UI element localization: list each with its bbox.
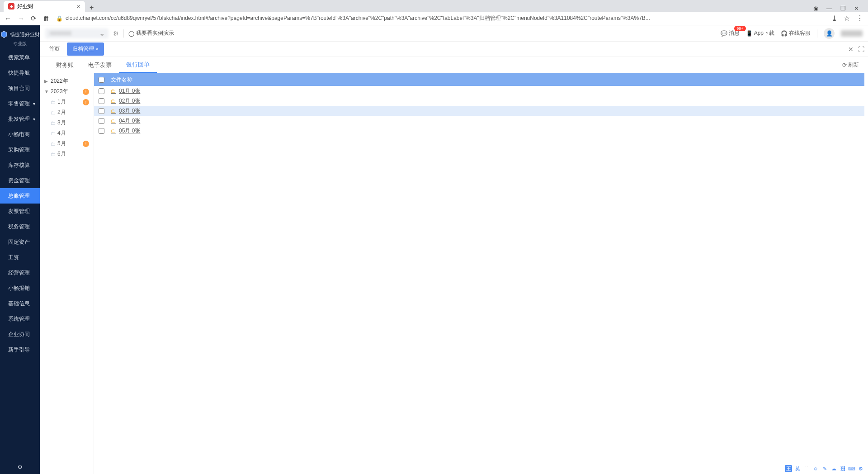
file-row[interactable]: 🗀01月 0张 <box>94 86 864 96</box>
sidebar-item-3[interactable]: 零售管理▾ <box>0 96 40 111</box>
tree-month-2[interactable]: 🗀 2月 <box>50 107 90 118</box>
sidebar-item-label: 搜索菜单 <box>8 54 30 62</box>
row-checkbox[interactable] <box>99 128 104 134</box>
bookmark-icon[interactable]: ☆ <box>844 14 850 23</box>
file-row[interactable]: 🗀02月 0张 <box>94 96 864 106</box>
new-tab-icon[interactable]: + <box>90 4 94 12</box>
sidebar-item-0[interactable]: 搜索菜单 <box>0 50 40 65</box>
sidebar-item-15[interactable]: 小畅报销 <box>0 280 40 296</box>
file-row[interactable]: 🗀04月 0张 <box>94 116 864 126</box>
file-link[interactable]: 🗀04月 0张 <box>111 117 140 125</box>
sidebar-item-label: 库存核算 <box>8 161 30 169</box>
sidebar-item-14[interactable]: 经营管理 <box>0 265 40 280</box>
file-row[interactable]: 🗀05月 0张 <box>94 126 864 136</box>
row-checkbox[interactable] <box>99 118 104 124</box>
file-link[interactable]: 🗀05月 0张 <box>111 127 140 135</box>
tab-close-icon[interactable]: × <box>96 47 99 52</box>
tab-close-icon[interactable]: × <box>77 3 80 10</box>
tray-keyboard-icon[interactable]: ⌨ <box>848 465 855 472</box>
sidebar-item-16[interactable]: 基础信息 <box>0 296 40 311</box>
app-download-button[interactable]: 📱 App下载 <box>746 29 774 37</box>
tray-edit-icon[interactable]: ✎ <box>821 465 828 472</box>
url-box[interactable]: 🔒 cloud.chanjet.com/cc/u6d89qwnryel/57bf… <box>56 14 825 22</box>
forward-icon[interactable]: → <box>18 14 24 22</box>
sidebar-item-8[interactable]: 资金管理 <box>0 173 40 188</box>
tree-month-4[interactable]: 🗀 4月 <box>50 128 90 138</box>
tree-node-2022[interactable]: ▶ 2022年 <box>43 76 90 86</box>
support-button[interactable]: 🎧 在线客服 <box>781 29 811 37</box>
demo-link[interactable]: ◯ 我要看实例演示 <box>128 29 174 37</box>
sidebar-item-label: 采购管理 <box>8 146 30 154</box>
sidebar-item-label: 总账管理 <box>8 192 30 200</box>
sidebar-item-2[interactable]: 项目合同 <box>0 81 40 96</box>
tree-month-1[interactable]: 🗀 1月 ! <box>50 97 90 107</box>
fullscreen-icon[interactable]: ⛶ <box>858 46 864 53</box>
tree-month-3[interactable]: 🗀 3月 <box>50 118 90 128</box>
chevron-down-icon: ▾ <box>33 117 35 122</box>
folder-icon: 🗀 <box>111 128 116 134</box>
sidebar-item-5[interactable]: 小畅电商 <box>0 127 40 142</box>
file-link[interactable]: 🗀01月 0张 <box>111 87 140 95</box>
sidebar-item-9[interactable]: 总账管理 <box>0 188 40 204</box>
sidebar-item-19[interactable]: 新手引导 <box>0 342 40 357</box>
close-all-icon[interactable]: ✕ <box>848 46 854 53</box>
folder-icon: 🗀 <box>51 110 56 115</box>
subtab-bank[interactable]: 银行回单 <box>119 57 157 73</box>
tray-gear-icon[interactable]: ⚙ <box>857 465 864 472</box>
sidebar-item-1[interactable]: 快捷导航 <box>0 65 40 81</box>
trash-icon[interactable]: 🗑 <box>43 14 50 22</box>
sidebar-item-11[interactable]: 税务管理 <box>0 219 40 234</box>
sidebar-item-label: 企业协同 <box>8 331 30 338</box>
subtab-finance[interactable]: 财务账 <box>49 57 81 73</box>
refresh-button[interactable]: ⟳ 刷新 <box>842 61 859 69</box>
sidebar-item-6[interactable]: 采购管理 <box>0 142 40 157</box>
browser-tab-strip: ◆ 好业财 × + ◉ — ❐ ✕ <box>0 0 868 12</box>
sidebar-item-7[interactable]: 库存核算 <box>0 157 40 173</box>
sidebar-item-label: 基础信息 <box>8 300 30 308</box>
close-window-icon[interactable]: ✕ <box>854 5 859 12</box>
tray-cloud-icon[interactable]: ☁ <box>830 465 837 472</box>
row-checkbox[interactable] <box>99 98 104 104</box>
sidebar-item-label: 发票管理 <box>8 208 30 215</box>
sidebar-settings[interactable]: ⚙ <box>0 460 40 474</box>
tree-month-5[interactable]: 🗀 5月 ! <box>50 138 90 149</box>
window-controls: ◉ — ❐ ✕ <box>813 5 864 12</box>
sidebar-item-label: 资金管理 <box>8 177 30 185</box>
minimize-icon[interactable]: — <box>826 5 832 12</box>
username <box>841 30 863 37</box>
sidebar-item-label: 新手引导 <box>8 346 30 354</box>
tab-home[interactable]: 首页 <box>43 43 65 56</box>
maximize-icon[interactable]: ❐ <box>840 5 846 12</box>
sidebar-item-17[interactable]: 系统管理 <box>0 311 40 327</box>
row-checkbox[interactable] <box>99 108 104 114</box>
account-icon[interactable]: ◉ <box>813 5 818 12</box>
avatar[interactable]: 👤 <box>824 28 835 39</box>
row-checkbox[interactable] <box>99 88 104 94</box>
reload-icon[interactable]: ⟳ <box>31 14 37 23</box>
back-icon[interactable]: ← <box>5 14 11 22</box>
sidebar-item-label: 项目合同 <box>8 85 30 92</box>
address-bar: ← → ⟳ 🗑 🔒 cloud.chanjet.com/cc/u6d89qwnr… <box>0 12 868 25</box>
menu-icon[interactable]: ⋮ <box>856 14 863 23</box>
select-all-checkbox[interactable] <box>99 77 104 83</box>
tray-smile-icon[interactable]: ☺ <box>812 465 819 472</box>
ime-icon[interactable]: 王 <box>785 465 792 472</box>
browser-tab[interactable]: ◆ 好业财 × <box>4 1 85 12</box>
tree-node-2023[interactable]: ▼ 2023年 ! <box>43 86 90 97</box>
sidebar-item-10[interactable]: 发票管理 <box>0 204 40 219</box>
messages-button[interactable]: 💬 消息 99+ <box>721 29 740 37</box>
file-link[interactable]: 🗀03月 0张 <box>111 107 140 115</box>
sidebar-item-13[interactable]: 工资 <box>0 250 40 265</box>
ime-lang[interactable]: 英 <box>794 465 801 472</box>
tree-month-6[interactable]: 🗀 6月 <box>50 149 90 159</box>
org-settings-icon[interactable]: ⚙ <box>113 30 119 37</box>
sidebar-item-4[interactable]: 批发管理▾ <box>0 111 40 127</box>
sidebar-item-18[interactable]: 企业协同 <box>0 327 40 342</box>
tray-image-icon[interactable]: 🖼 <box>839 465 846 472</box>
tab-archive[interactable]: 归档管理 × <box>67 43 104 56</box>
file-link[interactable]: 🗀02月 0张 <box>111 97 140 105</box>
sidebar-item-12[interactable]: 固定资产 <box>0 234 40 250</box>
subtab-einvoice[interactable]: 电子发票 <box>81 57 119 73</box>
install-icon[interactable]: ⤓ <box>831 14 837 23</box>
file-row[interactable]: 🗀03月 0张 <box>94 106 864 116</box>
